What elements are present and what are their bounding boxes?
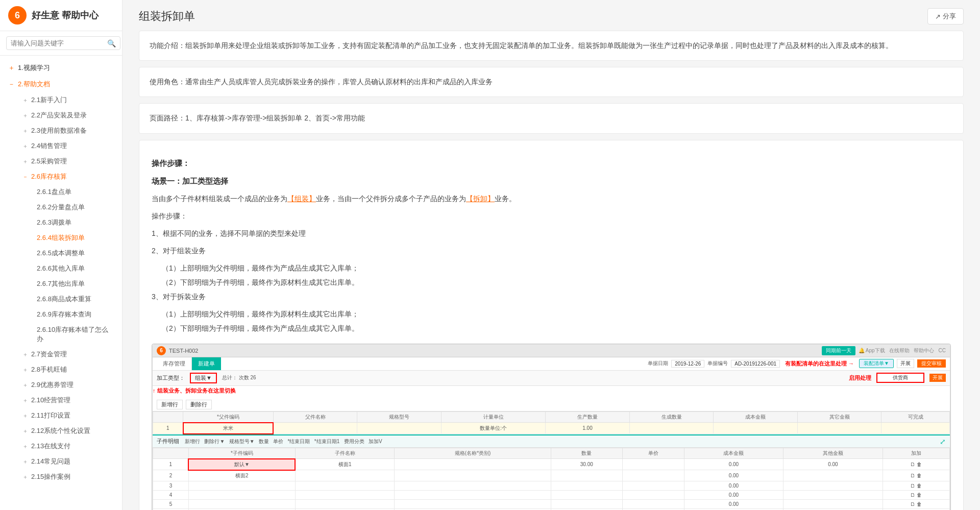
- th-complete: 可完成: [881, 411, 950, 423]
- nav-icon-22: ＋: [22, 112, 28, 119]
- child-cell-num-1: 1: [153, 459, 189, 470]
- sidebar-item-264[interactable]: 2.6.4组装拆卸单: [29, 230, 122, 246]
- search-button[interactable]: 🔍: [107, 39, 116, 47]
- child-th-qty: 数量: [551, 448, 622, 459]
- app-btn-delrow[interactable]: 删除行: [186, 400, 212, 409]
- sidebar-label-268: 2.6.8商品成本重算: [37, 295, 91, 304]
- child-th-other: 其他金额: [783, 448, 883, 459]
- sidebar-item-267[interactable]: 2.6.7其他出库单: [29, 276, 122, 292]
- app-type-select[interactable]: 组装▼: [190, 373, 217, 383]
- sidebar-item-212[interactable]: ＋ 2.12系统个性化设置: [14, 423, 122, 439]
- sidebar-item-214[interactable]: ＋ 2.14常见问题: [14, 454, 122, 469]
- sidebar-item-23[interactable]: ＋ 2.3使用前数据准备: [14, 123, 122, 138]
- parent-table: *父件编码 父件名称 规格型号 计量单位 生产数量 生成数量 成本金额 其它金额…: [153, 411, 950, 434]
- cell-spec: [357, 423, 442, 434]
- sidebar-item-269[interactable]: 2.6.9库存账本查询: [29, 307, 122, 322]
- nav-icon-24: ＋: [22, 142, 28, 150]
- sidebar-item-263[interactable]: 2.6.3调拨单: [29, 215, 122, 230]
- cell-parent-code[interactable]: 米米: [183, 423, 274, 434]
- sidebar-label-262: 2.6.2分量盘点单: [37, 203, 85, 212]
- sidebar-label-2610: 2.6.10库存账本错了怎么办: [37, 325, 114, 344]
- th-cost: 成本金额: [714, 411, 798, 423]
- sidebar-item-261[interactable]: 2.6.1盘点单: [29, 184, 122, 200]
- sidebar-label-25: 2.5采购管理: [31, 157, 67, 166]
- nav-icon-210: ＋: [22, 397, 28, 404]
- th-parent-name: 父件名称: [273, 411, 357, 423]
- step2-1: （1）上部明细为父件明细，最终作为产成品生成其它入库单；: [152, 261, 951, 275]
- child-th-ops: 加加: [883, 448, 949, 459]
- sidebar-label-29: 2.9优惠券管理: [31, 380, 74, 390]
- app-tab-inventory[interactable]: 库存管理: [157, 357, 192, 370]
- plus-icon: ＋: [8, 63, 15, 72]
- child-row-4: 40.00🗋 🗑: [153, 490, 950, 499]
- annotation-enable: 启用处理: [849, 374, 871, 382]
- sidebar-item-25[interactable]: ＋ 2.5采购管理: [14, 154, 122, 169]
- path-block: 页面路径：1、库存核算->库存管理->组装拆卸单 2、首页->常用功能: [139, 103, 964, 133]
- intro-block: 功能介绍：组装拆卸单用来处理企业组装或拆卸等加工业务，支持有固定装配清单的产品加…: [139, 31, 964, 61]
- main-content: 组装拆卸单 ↗ 分享 功能介绍：组装拆卸单用来处理企业组装或拆卸等加工业务，支持…: [122, 0, 980, 510]
- nav-icon-28: ＋: [22, 366, 28, 374]
- share-button[interactable]: ↗ 分享: [927, 8, 964, 25]
- sidebar-item-24[interactable]: ＋ 2.4销售管理: [14, 138, 122, 154]
- sidebar-item-210[interactable]: ＋ 2.10经营管理: [14, 393, 122, 408]
- app-prev-btn[interactable]: 同期前一天: [822, 346, 855, 355]
- sidebar-item-266[interactable]: 2.6.6其他入库单: [29, 261, 122, 276]
- disassemble-link[interactable]: 【拆卸】: [466, 195, 495, 203]
- sidebar-item-video[interactable]: ＋ 1.视频学习: [0, 60, 122, 76]
- sidebar-item-26[interactable]: － 2.6库存核算: [14, 169, 122, 184]
- child-cell-spec-1: [395, 459, 551, 470]
- sidebar-label-213: 2.13在线支付: [31, 442, 70, 451]
- cell-complete: [881, 423, 950, 434]
- app-logo: 6: [157, 346, 166, 355]
- child-th-cost: 成本金额: [684, 448, 783, 459]
- sidebar-item-211[interactable]: ＋ 2.11打印设置: [14, 408, 122, 423]
- child-th-name: 子件名称: [295, 448, 395, 459]
- sidebar-item-28[interactable]: ＋ 2.8手机旺铺: [14, 362, 122, 377]
- app-company: TEST-H002: [169, 348, 198, 354]
- nav-icon-214: ＋: [22, 458, 28, 466]
- th-unit: 计量单位: [441, 411, 545, 423]
- child-expand-icon[interactable]: ⤢: [940, 438, 946, 446]
- step3-2: （2）下部明细为子件明细，最终作为产成品生成其它入库单。: [152, 321, 951, 335]
- sidebar-item-22[interactable]: ＋ 2.2产品安装及登录: [14, 108, 122, 123]
- cell-unit: 数量单位:个: [441, 423, 545, 434]
- sidebar-label-210: 2.10经营管理: [31, 396, 70, 405]
- sidebar-item-265[interactable]: 2.6.5成本调整单: [29, 246, 122, 261]
- sidebar-item-21[interactable]: ＋ 2.1新手入门: [14, 92, 122, 108]
- app-btn-expand[interactable]: 开展: [897, 359, 914, 368]
- sidebar-header: 6 好生意 帮助中心: [0, 0, 122, 31]
- app-field-code-value[interactable]: AD-20191226-001: [731, 360, 780, 368]
- app-btn-addrow[interactable]: 新增行: [157, 400, 183, 409]
- app-tab-new[interactable]: 新建单: [192, 357, 221, 370]
- sidebar-sub-docs: ＋ 2.1新手入门 ＋ 2.2产品安装及登录 ＋ 2.3使用前数据准备 ＋ 2.…: [0, 92, 122, 484]
- search-box: 🔍: [0, 31, 122, 56]
- sidebar-item-2610[interactable]: 2.6.10库存账本错了怎么办: [29, 322, 122, 347]
- sidebar-item-268[interactable]: 2.6.8商品成本重算: [29, 292, 122, 307]
- step2: 2、对于组装业务: [152, 244, 951, 258]
- child-toolbar: 新增行 删除行▼ 规格型号▼ 数量 单价 *结束日期 *结束日期1 费用分类 加…: [185, 439, 382, 444]
- sidebar-item-213[interactable]: ＋ 2.13在线支付: [14, 439, 122, 454]
- app-btn-submit[interactable]: 提交审核: [917, 359, 946, 368]
- sidebar-item-27[interactable]: ＋ 2.7资金管理: [14, 347, 122, 362]
- child-cell-price-1: [622, 459, 684, 470]
- app-field-date-value[interactable]: 2019-12-26: [671, 360, 704, 368]
- steps-section: 操作步骤： 场景一：加工类型选择 当由多个子件材料组装成一个成品的业务为【组装】…: [139, 140, 964, 510]
- sidebar-label-265: 2.6.5成本调整单: [37, 249, 85, 258]
- sidebar-item-29[interactable]: ＋ 2.9优惠券管理: [14, 377, 122, 393]
- app-btn-expand2[interactable]: 开展: [929, 374, 946, 382]
- child-cell-code-1: 默认▼: [188, 459, 295, 470]
- app-btn-assembly[interactable]: 装配清单▼: [859, 359, 894, 368]
- app-nav: 🔔 App下载 在线帮助 帮助中心 CC: [859, 347, 946, 354]
- child-cell-name-1: 横面1: [295, 459, 395, 470]
- parent-table-row: 1 米米 数量单位:个 1.00: [153, 423, 950, 434]
- assemble-link[interactable]: 【组装】: [287, 195, 316, 203]
- nav-icon-26: －: [22, 173, 28, 181]
- sidebar-label-28: 2.8手机旺铺: [31, 365, 67, 374]
- app-enable-input[interactable]: 供货商: [876, 373, 924, 383]
- sidebar-item-docs-label: 2.帮助文档: [18, 80, 50, 89]
- sidebar-label-26: 2.6库存核算: [31, 172, 67, 181]
- search-input[interactable]: [6, 36, 120, 50]
- sidebar-item-docs[interactable]: － 2.帮助文档: [0, 76, 122, 92]
- sidebar-item-215[interactable]: ＋ 2.15操作案例: [14, 469, 122, 484]
- sidebar-item-262[interactable]: 2.6.2分量盘点单: [29, 200, 122, 215]
